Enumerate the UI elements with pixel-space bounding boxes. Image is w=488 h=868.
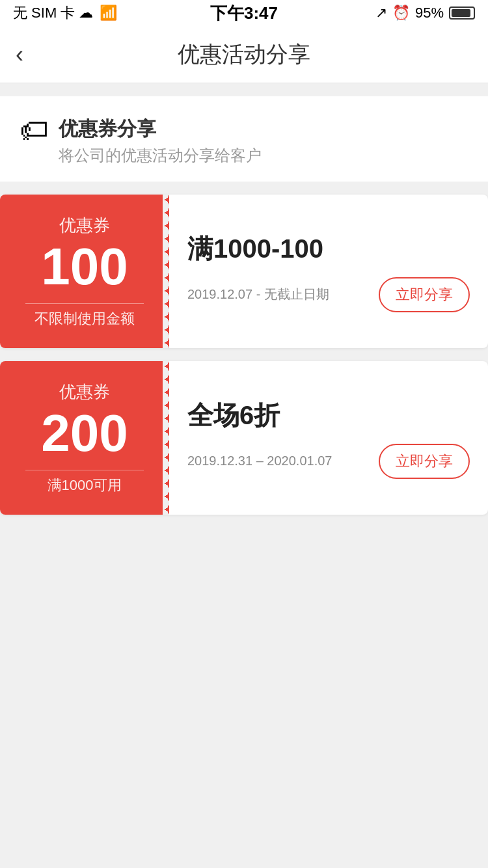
section-text: 优惠券分享 将公司的优惠活动分享给客户 bbox=[59, 116, 262, 166]
battery-icon bbox=[449, 7, 475, 20]
coupon-divider-0 bbox=[25, 303, 144, 304]
coupon-card: 优惠券 100 不限制使用金额 满1000-100 2019.12.07 - 无… bbox=[0, 195, 488, 348]
status-time: 下午3:47 bbox=[210, 2, 278, 25]
alarm-icon: ⏰ bbox=[392, 5, 410, 21]
coupon-name-1: 全场6折 bbox=[187, 398, 470, 433]
page-title: 优惠活动分享 bbox=[178, 40, 310, 70]
coupon-condition-1: 满1000可用 bbox=[47, 476, 122, 495]
status-left: 无 SIM 卡 ☁ 📶 bbox=[13, 3, 117, 23]
coupon-meta-0: 2019.12.07 - 无截止日期 立即分享 bbox=[187, 277, 470, 312]
section-title: 优惠券分享 bbox=[59, 116, 262, 142]
coupon-divider-1 bbox=[25, 470, 144, 470]
coupon-left-0: 优惠券 100 不限制使用金额 bbox=[0, 195, 169, 348]
coupon-card: 优惠券 200 满1000可用 全场6折 2019.12.31 – 2020.0… bbox=[0, 361, 488, 515]
coupon-right-1: 全场6折 2019.12.31 – 2020.01.07 立即分享 bbox=[169, 361, 488, 515]
nav-bar: ‹ 优惠活动分享 bbox=[0, 26, 488, 83]
coupon-condition-0: 不限制使用金额 bbox=[34, 309, 135, 329]
wifi-icon: 📶 bbox=[100, 5, 117, 21]
coupon-share-icon: 🏷 bbox=[20, 116, 48, 144]
battery-percent: 95% bbox=[415, 5, 444, 21]
coupon-list: 优惠券 100 不限制使用金额 满1000-100 2019.12.07 - 无… bbox=[0, 195, 488, 528]
coupon-date-0: 2019.12.07 - 无截止日期 bbox=[187, 286, 329, 303]
coupon-label-0: 优惠券 bbox=[59, 214, 110, 237]
section-subtitle: 将公司的优惠活动分享给客户 bbox=[59, 145, 262, 166]
section-header: 🏷 优惠券分享 将公司的优惠活动分享给客户 bbox=[0, 96, 488, 182]
coupon-label-1: 优惠券 bbox=[59, 381, 110, 403]
coupon-date-1: 2019.12.31 – 2020.01.07 bbox=[187, 454, 332, 468]
coupon-name-0: 满1000-100 bbox=[187, 231, 470, 267]
share-button-0[interactable]: 立即分享 bbox=[379, 277, 470, 312]
no-sim-text: 无 SIM 卡 ☁ bbox=[13, 3, 93, 23]
location-icon: ↗ bbox=[375, 5, 387, 21]
coupon-right-0: 满1000-100 2019.12.07 - 无截止日期 立即分享 bbox=[169, 195, 488, 348]
status-right: ↗ ⏰ 95% bbox=[375, 5, 475, 21]
back-button[interactable]: ‹ bbox=[16, 41, 23, 68]
coupon-meta-1: 2019.12.31 – 2020.01.07 立即分享 bbox=[187, 444, 470, 479]
status-bar: 无 SIM 卡 ☁ 📶 下午3:47 ↗ ⏰ 95% bbox=[0, 0, 488, 26]
share-button-1[interactable]: 立即分享 bbox=[379, 444, 470, 479]
bottom-space bbox=[0, 528, 488, 868]
coupon-left-1: 优惠券 200 满1000可用 bbox=[0, 361, 169, 515]
coupon-amount-1: 200 bbox=[41, 407, 128, 459]
coupon-amount-0: 100 bbox=[41, 241, 128, 293]
